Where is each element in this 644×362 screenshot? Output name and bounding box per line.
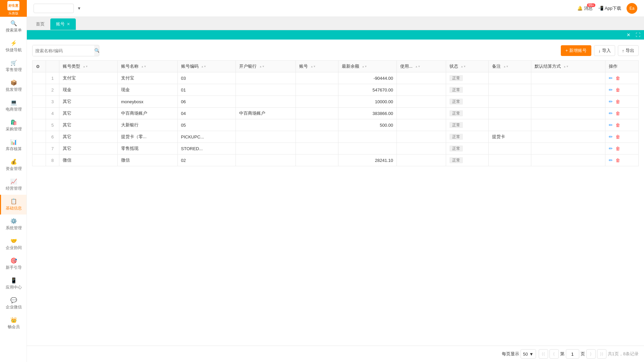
row-balance bbox=[338, 143, 397, 155]
row-bank bbox=[236, 131, 296, 143]
sidebar-item-system-mgmt[interactable]: ⚙️ 系统管理 bbox=[0, 215, 26, 234]
row-actions: ✏ 🗑 bbox=[605, 72, 638, 84]
edit-icon[interactable]: ✏ bbox=[609, 158, 613, 163]
toolbar: 🔍 + 新增账号 ↓ 导入 ↑ 导出 bbox=[32, 45, 639, 56]
row-account-name: 现金 bbox=[117, 84, 177, 96]
first-page-btn[interactable]: ⟨⟨ bbox=[539, 349, 548, 359]
row-account-code: STORED... bbox=[177, 143, 236, 155]
row-account-type: 其它 bbox=[59, 108, 118, 119]
system-icon: ⚙️ bbox=[10, 218, 17, 224]
usage-col-header[interactable]: 使用... ▲▼ bbox=[397, 61, 446, 72]
page-size-dropdown[interactable]: 50 ▼ bbox=[521, 349, 536, 359]
sidebar-item-basic-info[interactable]: 📋 基础信息 bbox=[0, 195, 26, 215]
expand-window-btn[interactable]: ⛶ bbox=[635, 32, 641, 38]
row-bank bbox=[236, 96, 296, 108]
edit-icon[interactable]: ✏ bbox=[609, 134, 613, 139]
row-balance: -90444.00 bbox=[338, 72, 397, 84]
edit-icon[interactable]: ✏ bbox=[609, 75, 613, 81]
status-col-header[interactable]: 状态 ▲▼ bbox=[446, 61, 488, 72]
row-usage bbox=[397, 72, 446, 84]
sidebar-item-label: 企业协同 bbox=[6, 245, 22, 251]
sort-icon: ▲▼ bbox=[83, 65, 88, 68]
delete-icon[interactable]: 🗑 bbox=[615, 122, 620, 128]
row-usage bbox=[397, 143, 446, 155]
last-page-btn[interactable]: ⟩⟩ bbox=[597, 349, 606, 359]
app-download-button[interactable]: 📲 App下载 bbox=[598, 5, 621, 11]
search-button[interactable]: 🔍 bbox=[94, 45, 99, 56]
account-name-col-header[interactable]: 账号名称 ▲▼ bbox=[117, 61, 177, 72]
import-button[interactable]: ↓ 导入 bbox=[594, 45, 615, 56]
delete-icon[interactable]: 🗑 bbox=[615, 99, 620, 104]
row-account-name: 中百商场账户 bbox=[117, 108, 177, 119]
sidebar-item-search[interactable]: 🔍 搜索菜单 bbox=[0, 17, 26, 37]
delete-icon[interactable]: 🗑 bbox=[615, 158, 620, 163]
sidebar-item-enterprise-wechat[interactable]: 💬 企业微信 bbox=[0, 294, 26, 313]
balance-col-header[interactable]: 最新余额 ▲▼ bbox=[338, 61, 397, 72]
sidebar-item-label: 经营管理 bbox=[6, 186, 22, 191]
row-notes bbox=[488, 119, 531, 131]
next-page-btn[interactable]: ⟩ bbox=[586, 349, 596, 359]
tab-home[interactable]: 首页 bbox=[30, 18, 50, 30]
sidebar-item-label: 采购管理 bbox=[6, 126, 22, 132]
top-search-input[interactable] bbox=[34, 4, 74, 13]
notes-col-header[interactable]: 备注 ▲▼ bbox=[488, 61, 531, 72]
edit-icon[interactable]: ✏ bbox=[609, 99, 613, 104]
sidebar-item-retail-mgmt[interactable]: 🛒 零售管理 bbox=[0, 56, 26, 76]
row-usage bbox=[397, 131, 446, 143]
row-account-code: 01 bbox=[177, 84, 236, 96]
tab-close-icon[interactable]: ✕ bbox=[67, 22, 70, 26]
tab-content-header: ✕ ⛶ bbox=[27, 30, 644, 40]
row-notes bbox=[488, 108, 531, 119]
delete-icon[interactable]: 🗑 bbox=[615, 111, 620, 116]
header-dropdown[interactable]: ▼ bbox=[77, 6, 81, 11]
table-row: 3 其它 moneybosx 06 10000.00 正常 ✏ 🗑 bbox=[33, 96, 639, 108]
delete-icon[interactable]: 🗑 bbox=[615, 75, 620, 81]
sidebar-item-quick-nav[interactable]: ⚡ 快捷导航 bbox=[0, 37, 26, 56]
sidebar-item-purchase-mgmt[interactable]: 🛍️ 采购管理 bbox=[0, 116, 26, 135]
delete-icon[interactable]: 🗑 bbox=[615, 134, 620, 139]
settings-col-header[interactable]: ⚙ bbox=[33, 61, 46, 72]
purchase-icon: 🛍️ bbox=[10, 119, 17, 125]
sidebar-item-vip-member[interactable]: 👑 畅会员 bbox=[0, 313, 26, 333]
table-row: 7 其它 零售抵现 STORED... 正常 ✏ 🗑 bbox=[33, 143, 639, 155]
sidebar-item-enterprise-agreement[interactable]: 🤝 企业协同 bbox=[0, 234, 26, 254]
edit-icon[interactable]: ✏ bbox=[609, 146, 613, 151]
row-index: 7 bbox=[46, 143, 59, 155]
row-account-no bbox=[296, 96, 338, 108]
sidebar-item-finance-mgmt[interactable]: 💰 资金管理 bbox=[0, 155, 26, 175]
delete-icon[interactable]: 🗑 bbox=[615, 87, 620, 93]
account-no-col-header[interactable]: 账号 ▲▼ bbox=[296, 61, 338, 72]
add-account-button[interactable]: + 新增账号 bbox=[561, 45, 591, 56]
prev-page-btn[interactable]: ⟨ bbox=[549, 349, 559, 359]
row-balance: 383866.00 bbox=[338, 108, 397, 119]
accounts-table: ⚙ 账号类型 ▲▼ 账号名称 ▲▼ 账号编码 ▲▼ bbox=[32, 60, 639, 166]
sidebar-item-newbie-guide[interactable]: 🎯 新手引导 bbox=[0, 254, 26, 274]
sidebar-item-wholesale-mgmt[interactable]: 📦 批发管理 bbox=[0, 76, 26, 96]
table-row: 4 其它 中百商场账户 04 中百商场账户 383866.00 正常 ✏ 🗑 bbox=[33, 108, 639, 119]
row-default-settlement bbox=[531, 131, 605, 143]
account-type-col-header[interactable]: 账号类型 ▲▼ bbox=[59, 61, 118, 72]
table-row: 6 其它 提货卡（零... PICKUPC... 正常 提货卡 ✏ 🗑 bbox=[33, 131, 639, 143]
avatar[interactable]: Ea bbox=[627, 3, 637, 14]
account-code-col-header[interactable]: 账号编码 ▲▼ bbox=[177, 61, 236, 72]
bank-col-header[interactable]: 开户银行 ▲▼ bbox=[236, 61, 296, 72]
notification-button[interactable]: 🔔 消息 99+ bbox=[577, 5, 593, 11]
search-input[interactable] bbox=[33, 45, 94, 56]
app-logo[interactable]: 好生意 乐惠版 bbox=[0, 0, 27, 17]
delete-icon[interactable]: 🗑 bbox=[615, 146, 620, 151]
tab-account[interactable]: 账号 ✕ bbox=[50, 18, 76, 30]
row-default-settlement bbox=[531, 84, 605, 96]
sidebar-item-inventory[interactable]: 📊 库存核算 bbox=[0, 135, 26, 155]
edit-icon[interactable]: ✏ bbox=[609, 111, 613, 116]
row-bank bbox=[236, 143, 296, 155]
default-settlement-col-header[interactable]: 默认结算方式 ▲▼ bbox=[531, 61, 605, 72]
edit-icon[interactable]: ✏ bbox=[609, 87, 613, 93]
sidebar-item-operations-mgmt[interactable]: 📈 经营管理 bbox=[0, 175, 26, 195]
row-notes bbox=[488, 72, 531, 84]
export-button[interactable]: ↑ 导出 bbox=[618, 45, 639, 56]
close-window-btn[interactable]: ✕ bbox=[625, 32, 632, 38]
edit-icon[interactable]: ✏ bbox=[609, 122, 613, 128]
sidebar-item-app-center[interactable]: 📱 应用中心 bbox=[0, 274, 26, 294]
current-page-input[interactable] bbox=[566, 349, 579, 359]
sidebar-item-ecommerce-mgmt[interactable]: 💻 电商管理 bbox=[0, 96, 26, 116]
